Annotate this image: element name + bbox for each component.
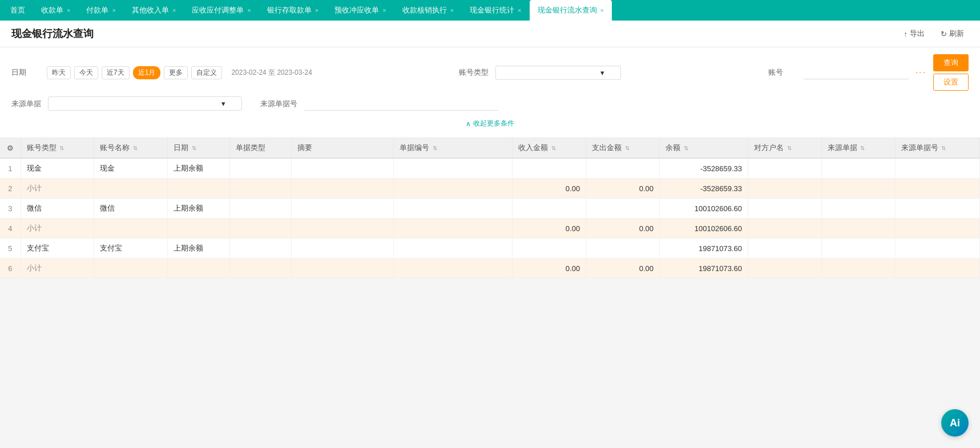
data-table-container: ⚙ 账号类型 ⇅ 账号名称 ⇅ 日期 ⇅ 单据类型 摘要 单据编号 ⇅ 收入金额… xyxy=(0,138,980,279)
cell-account-type: 小计 xyxy=(21,219,94,239)
close-icon[interactable]: × xyxy=(600,0,604,21)
nav-tab-7[interactable]: 现金银行统计 × xyxy=(462,0,529,21)
cell-source-doc xyxy=(821,199,895,219)
cell-date xyxy=(168,259,230,279)
settings-button[interactable]: 设置 xyxy=(933,74,969,91)
cell-account-name: 现金 xyxy=(94,158,168,179)
cell-date xyxy=(168,179,230,199)
cell-doc-no xyxy=(393,219,512,239)
cell-date: 上期余额 xyxy=(168,199,230,219)
cell-doc-no xyxy=(393,239,512,259)
col-doc-type[interactable]: 单据类型 xyxy=(229,138,292,158)
export-button[interactable]: ↑ 导出 xyxy=(900,26,930,41)
account-input[interactable] xyxy=(804,66,909,79)
cell-account-name xyxy=(94,259,168,279)
cell-account-type: 支付宝 xyxy=(21,239,94,259)
nav-tab-6[interactable]: 收款核销执行 × xyxy=(394,0,462,21)
cell-source-doc-no xyxy=(895,259,979,279)
refresh-button[interactable]: ↻ 刷新 xyxy=(936,26,969,41)
col-account-name[interactable]: 账号名称 ⇅ xyxy=(94,138,168,158)
nav-tab-0[interactable]: 收款单 × xyxy=(33,0,78,21)
col-source-doc[interactable]: 来源单据 ⇅ xyxy=(821,138,895,158)
close-icon[interactable]: × xyxy=(67,0,70,21)
cell-source-doc xyxy=(821,158,895,179)
top-navigation: 首页 收款单 × 付款单 × 其他收入单 × 应收应付调整单 × 银行存取款单 … xyxy=(0,0,980,21)
col-source-doc-no[interactable]: 来源单据号 ⇅ xyxy=(895,138,979,158)
nav-tab-5[interactable]: 预收冲应收单 × xyxy=(326,0,394,21)
date-filter-label: 日期 xyxy=(11,67,40,78)
cell-source-doc-no xyxy=(895,239,979,259)
cell-income: 0.00 xyxy=(513,259,586,279)
table-row: 6小计0.000.0019871073.60 xyxy=(0,259,980,279)
row-index: 2 xyxy=(0,179,21,199)
source-doc-label: 来源单据 xyxy=(11,99,41,109)
cell-summary xyxy=(292,199,394,219)
query-button[interactable]: 查询 xyxy=(933,54,969,71)
cell-account-type: 小计 xyxy=(21,259,94,279)
cell-source-doc xyxy=(821,239,895,259)
col-account-type[interactable]: 账号类型 ⇅ xyxy=(21,138,94,158)
cell-expense: 0.00 xyxy=(586,259,660,279)
cell-source-doc-no xyxy=(895,219,979,239)
refresh-icon: ↻ xyxy=(941,30,947,38)
cell-doc-no xyxy=(393,179,512,199)
cell-doc-no xyxy=(393,199,512,219)
close-icon[interactable]: × xyxy=(518,0,521,21)
col-date[interactable]: 日期 ⇅ xyxy=(168,138,230,158)
cell-balance: 100102606.60 xyxy=(660,219,748,239)
date-btn-7days[interactable]: 近7天 xyxy=(102,66,130,79)
table-row: 4小计0.000.00100102606.60 xyxy=(0,219,980,239)
date-btn-yesterday[interactable]: 昨天 xyxy=(47,66,71,79)
col-settings[interactable]: ⚙ xyxy=(0,138,21,158)
cell-doc-type xyxy=(229,179,292,199)
date-btn-custom[interactable]: 自定义 xyxy=(191,66,222,79)
col-expense[interactable]: 支出金额 ⇅ xyxy=(586,138,660,158)
table-row: 1现金现金上期余额-3528659.33 xyxy=(0,158,980,179)
cell-counterpart xyxy=(748,199,821,219)
col-summary[interactable]: 摘要 xyxy=(292,138,394,158)
filter-row-2: 来源单据 ▾ 来源单据号 xyxy=(11,96,969,111)
cell-source-doc-no xyxy=(895,158,979,179)
nav-tab-8[interactable]: 现金银行流水查询 × xyxy=(530,0,612,21)
cell-account-name xyxy=(94,179,168,199)
close-icon[interactable]: × xyxy=(112,0,115,21)
date-btn-more[interactable]: 更多 xyxy=(164,66,188,79)
account-dots-button[interactable]: ··· xyxy=(916,67,926,78)
source-doc-no-input[interactable] xyxy=(304,97,498,111)
chevron-down-icon-2: ▾ xyxy=(221,99,225,108)
collapse-icon: ∧ xyxy=(466,120,471,128)
account-label: 账号 xyxy=(768,67,797,78)
close-icon[interactable]: × xyxy=(247,0,251,21)
close-icon[interactable]: × xyxy=(315,0,318,21)
cell-balance: -3528659.33 xyxy=(660,158,748,179)
cell-expense: 0.00 xyxy=(586,219,660,239)
cell-account-name xyxy=(94,219,168,239)
cell-expense: 0.00 xyxy=(586,179,660,199)
close-icon[interactable]: × xyxy=(382,0,386,21)
account-type-select[interactable]: ▾ xyxy=(495,66,621,80)
close-icon[interactable]: × xyxy=(450,0,454,21)
nav-home[interactable]: 首页 xyxy=(2,0,33,21)
date-btn-today[interactable]: 今天 xyxy=(74,66,98,79)
cell-expense xyxy=(586,199,660,219)
nav-tab-3[interactable]: 应收应付调整单 × xyxy=(184,0,259,21)
cell-source-doc-no xyxy=(895,199,979,219)
source-doc-select[interactable]: ▾ xyxy=(48,96,242,111)
col-income[interactable]: 收入金额 ⇅ xyxy=(513,138,586,158)
cell-doc-no xyxy=(393,259,512,279)
cell-summary xyxy=(292,239,394,259)
nav-tab-1[interactable]: 付款单 × xyxy=(78,0,123,21)
col-doc-no[interactable]: 单据编号 ⇅ xyxy=(393,138,512,158)
close-icon[interactable]: × xyxy=(172,0,176,21)
nav-tab-4[interactable]: 银行存取款单 × xyxy=(259,0,326,21)
date-btn-1month[interactable]: 近1月 xyxy=(133,66,161,79)
col-balance[interactable]: 余额 ⇅ xyxy=(660,138,748,158)
cell-doc-no xyxy=(393,158,512,179)
cell-expense xyxy=(586,158,660,179)
col-counterpart[interactable]: 对方户名 ⇅ xyxy=(748,138,821,158)
collapse-more-btn[interactable]: ∧ 收起更多条件 xyxy=(11,116,969,131)
nav-tab-2[interactable]: 其他收入单 × xyxy=(124,0,184,21)
cell-date: 上期余额 xyxy=(168,158,230,179)
cell-counterpart xyxy=(748,158,821,179)
table-header-row: ⚙ 账号类型 ⇅ 账号名称 ⇅ 日期 ⇅ 单据类型 摘要 单据编号 ⇅ 收入金额… xyxy=(0,138,980,158)
